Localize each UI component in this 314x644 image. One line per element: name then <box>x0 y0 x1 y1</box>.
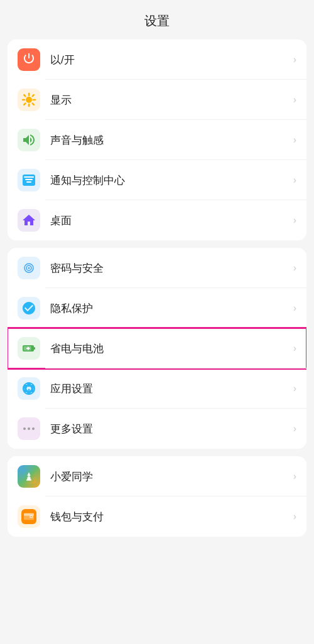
svg-rect-10 <box>24 176 34 178</box>
menu-item-wallet[interactable]: 钱包与支付 › <box>8 496 306 537</box>
menu-item-sound[interactable]: 声音与触感 › <box>8 120 306 160</box>
more-label: 更多设置 <box>50 422 288 436</box>
privacy-icon <box>18 297 40 319</box>
svg-line-5 <box>24 95 25 96</box>
chevron-more: › <box>293 423 296 434</box>
apps-label: 应用设置 <box>50 382 288 396</box>
menu-item-security[interactable]: 密码与安全 › <box>8 248 306 288</box>
notification-label: 通知与控制中心 <box>50 173 288 188</box>
svg-point-0 <box>26 97 32 103</box>
security-icon <box>18 257 40 279</box>
power-label: 以/开 <box>50 53 288 67</box>
svg-rect-12 <box>26 181 31 183</box>
svg-point-29 <box>31 516 32 517</box>
chevron-display: › <box>293 94 296 105</box>
svg-point-21 <box>28 427 30 430</box>
svg-rect-11 <box>25 179 33 180</box>
wallet-icon <box>18 505 40 528</box>
section-1: 以/开 › 显示 › 声音与触感 <box>8 40 306 240</box>
menu-item-desktop[interactable]: 桌面 › <box>8 200 306 240</box>
chevron-apps: › <box>293 383 296 394</box>
menu-item-power[interactable]: 以/开 › <box>8 40 306 80</box>
page-title: 设置 <box>0 0 314 40</box>
xiaoai-icon <box>18 465 40 488</box>
chevron-notification: › <box>293 174 296 186</box>
chevron-sound: › <box>293 134 296 146</box>
more-icon <box>18 417 40 440</box>
chevron-wallet: › <box>293 511 296 522</box>
desktop-label: 桌面 <box>50 213 288 228</box>
menu-item-battery[interactable]: 省电与电池 › <box>8 328 306 368</box>
svg-point-16 <box>28 267 30 269</box>
menu-item-privacy[interactable]: 隐私保护 › <box>8 288 306 328</box>
battery-label: 省电与电池 <box>50 341 288 356</box>
sound-label: 声音与触感 <box>50 133 288 148</box>
menu-item-more[interactable]: 更多设置 › <box>8 409 306 449</box>
chevron-battery: › <box>293 343 296 354</box>
apps-icon <box>18 377 40 400</box>
display-icon <box>18 89 40 111</box>
chevron-security: › <box>293 262 296 274</box>
menu-item-notification[interactable]: 通知与控制中心 › <box>8 160 306 200</box>
xiaoai-label: 小爱同学 <box>50 470 288 484</box>
menu-item-xiaoai[interactable]: 小爱同学 › <box>8 456 306 496</box>
battery-icon <box>18 337 40 360</box>
sound-icon <box>18 129 40 151</box>
menu-item-display[interactable]: 显示 › <box>8 80 306 120</box>
power-icon <box>18 48 40 71</box>
svg-line-6 <box>33 104 34 105</box>
security-label: 密码与安全 <box>50 261 288 276</box>
svg-line-8 <box>33 95 34 96</box>
notification-icon <box>18 169 40 191</box>
section-2: 密码与安全 › 隐私保护 › 省电与电池 › <box>8 248 306 449</box>
svg-rect-18 <box>34 347 35 350</box>
desktop-icon <box>18 209 40 232</box>
chevron-privacy: › <box>293 303 296 314</box>
section-3: 小爱同学 › 钱包与支付 › <box>8 456 306 537</box>
wallet-label: 钱包与支付 <box>50 510 288 524</box>
chevron-xiaoai: › <box>293 471 296 482</box>
svg-point-20 <box>23 427 26 430</box>
svg-line-7 <box>24 104 25 105</box>
chevron-desktop: › <box>293 215 296 226</box>
menu-item-apps[interactable]: 应用设置 › <box>8 368 306 409</box>
privacy-label: 隐私保护 <box>50 301 288 316</box>
chevron-power: › <box>293 54 296 65</box>
svg-point-22 <box>32 427 35 430</box>
display-label: 显示 <box>50 93 288 107</box>
